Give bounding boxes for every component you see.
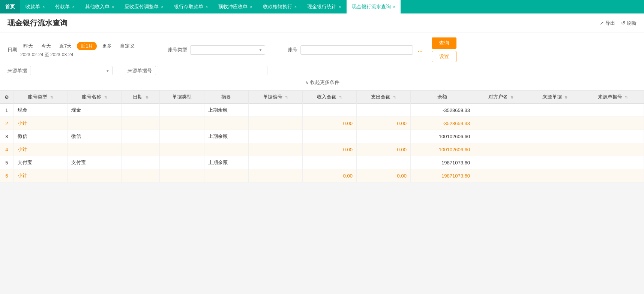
collapse-up-icon: ∧	[305, 80, 309, 85]
nav-item-bank-stats[interactable]: 现金银行统计 ×	[302, 0, 346, 13]
source-doc-select-wrapper	[30, 66, 113, 75]
close-icon[interactable]: ×	[112, 4, 114, 9]
column-source-doc-no-header[interactable]: 来源单据号 ⇅	[582, 91, 644, 104]
table-cell	[160, 130, 204, 143]
close-icon[interactable]: ×	[161, 4, 163, 9]
column-doc-type-header[interactable]: 单据类型	[160, 91, 204, 104]
table-cell: 3	[0, 130, 14, 143]
table-body: 1现金现金上期余额-3528659.332小计0.000.00-3528659.…	[0, 104, 644, 182]
table-cell	[528, 130, 582, 143]
column-counterparty-header[interactable]: 对方户名 ⇅	[474, 91, 528, 104]
nav-item-payment[interactable]: 付款单 ×	[50, 0, 80, 13]
nav-item-receipt[interactable]: 收款单 ×	[20, 0, 50, 13]
table-cell: 上期余额	[204, 130, 249, 143]
nav-item-bank-flow[interactable]: 现金银行流水查询 ×	[347, 0, 401, 13]
table-cell	[249, 130, 303, 143]
nav-item-advance-offset[interactable]: 预收冲应收单 ×	[213, 0, 257, 13]
nav-item-other-income[interactable]: 其他收入单 ×	[80, 0, 119, 13]
close-icon[interactable]: ×	[393, 4, 395, 9]
filter-area: 日期 昨天 今天 近7天 近1月 更多 自定义 2023-02-24 至 202…	[0, 33, 644, 91]
date-label: 日期	[8, 46, 17, 53]
close-icon[interactable]: ×	[294, 4, 297, 9]
account-type-select[interactable]	[190, 45, 265, 55]
table-cell	[582, 104, 644, 117]
account-type-select-wrapper	[190, 45, 265, 55]
date-options: 昨天 今天 近7天 近1月 更多 自定义	[20, 42, 138, 50]
close-icon[interactable]: ×	[42, 4, 45, 9]
sort-icon: ⇅	[50, 95, 53, 99]
table-cell	[582, 117, 644, 130]
table-cell	[160, 143, 204, 156]
nav-item-receipt-exec[interactable]: 收款核销执行 ×	[258, 0, 302, 13]
gear-icon[interactable]: ⚙	[5, 94, 9, 100]
table-cell	[68, 117, 122, 130]
table-row: 3微信微信上期余额100102606.60	[0, 130, 644, 143]
column-settings-header[interactable]: ⚙	[0, 91, 14, 104]
table-cell: 5	[0, 156, 14, 169]
table-row: 6小计0.000.0019871073.60	[0, 169, 644, 182]
nav-item-bank-deposit[interactable]: 银行存取款单 ×	[169, 0, 213, 13]
table-cell	[249, 104, 303, 117]
table-cell: 现金	[14, 104, 68, 117]
table-cell	[204, 169, 249, 182]
settings-button[interactable]: 设置	[432, 51, 456, 62]
column-account-name-header[interactable]: 账号名称 ⇅	[68, 91, 122, 104]
column-date-header[interactable]: 日期 ⇅	[122, 91, 160, 104]
source-doc-no-input[interactable]	[155, 66, 267, 75]
table-cell	[122, 104, 160, 117]
table-cell: 6	[0, 169, 14, 182]
table-cell	[582, 169, 644, 182]
source-doc-select[interactable]	[30, 66, 113, 75]
column-summary-header[interactable]: 摘要	[204, 91, 249, 104]
table-cell	[160, 104, 204, 117]
table-cell: 100102606.60	[410, 130, 474, 143]
sort-icon: ⇅	[393, 95, 396, 99]
table-cell	[303, 156, 357, 169]
account-dots-button[interactable]: ...	[416, 46, 424, 53]
column-source-doc-header[interactable]: 来源单据 ⇅	[528, 91, 582, 104]
column-doc-no-header[interactable]: 单据编号 ⇅	[249, 91, 303, 104]
collapse-more-button[interactable]: ∧ 收起更多条件	[8, 78, 636, 87]
table-cell	[356, 156, 410, 169]
close-icon[interactable]: ×	[206, 4, 208, 9]
table-cell: 0.00	[303, 169, 357, 182]
refresh-button[interactable]: ↺ 刷新	[621, 20, 636, 27]
table-cell	[528, 156, 582, 169]
query-button[interactable]: 查询	[432, 37, 456, 49]
date-option-1month[interactable]: 近1月	[77, 42, 97, 50]
table-cell: 现金	[68, 104, 122, 117]
table-cell	[474, 156, 528, 169]
column-balance-header[interactable]: 余额	[410, 91, 474, 104]
data-table: ⚙ 账号类型 ⇅ 账号名称 ⇅ 日期 ⇅ 单据类型 摘要	[0, 91, 644, 182]
table-cell	[528, 117, 582, 130]
close-icon[interactable]: ×	[72, 4, 74, 9]
date-option-custom[interactable]: 自定义	[117, 42, 138, 50]
date-option-yesterday[interactable]: 昨天	[20, 42, 36, 50]
export-button[interactable]: ↗ 导出	[600, 20, 615, 27]
date-option-today[interactable]: 今天	[38, 42, 54, 50]
table-cell	[122, 117, 160, 130]
close-icon[interactable]: ×	[250, 4, 252, 9]
account-type-filter-group: 账号类型	[168, 45, 265, 55]
column-expense-header[interactable]: 支出金额 ⇅	[356, 91, 410, 104]
table-cell	[122, 143, 160, 156]
close-icon[interactable]: ×	[339, 4, 341, 9]
account-input[interactable]	[300, 45, 413, 55]
table-cell: 19871073.60	[410, 169, 474, 182]
table-row: 1现金现金上期余额-3528659.33	[0, 104, 644, 117]
sort-icon: ⇅	[625, 95, 628, 99]
column-account-type-header[interactable]: 账号类型 ⇅	[14, 91, 68, 104]
table-cell: 0.00	[303, 143, 357, 156]
column-income-header[interactable]: 收入金额 ⇅	[303, 91, 357, 104]
nav-item-adjustment[interactable]: 应收应付调整单 ×	[119, 0, 168, 13]
date-option-7days[interactable]: 近7天	[56, 42, 75, 50]
nav-item-home[interactable]: 首页	[0, 0, 20, 13]
table-row: 2小计0.000.00-3528659.33	[0, 117, 644, 130]
table-cell	[68, 169, 122, 182]
table-cell	[122, 156, 160, 169]
table-cell	[356, 130, 410, 143]
table-cell	[160, 169, 204, 182]
date-option-more[interactable]: 更多	[99, 42, 115, 50]
sort-icon: ⇅	[285, 95, 288, 99]
table-cell: 4	[0, 143, 14, 156]
